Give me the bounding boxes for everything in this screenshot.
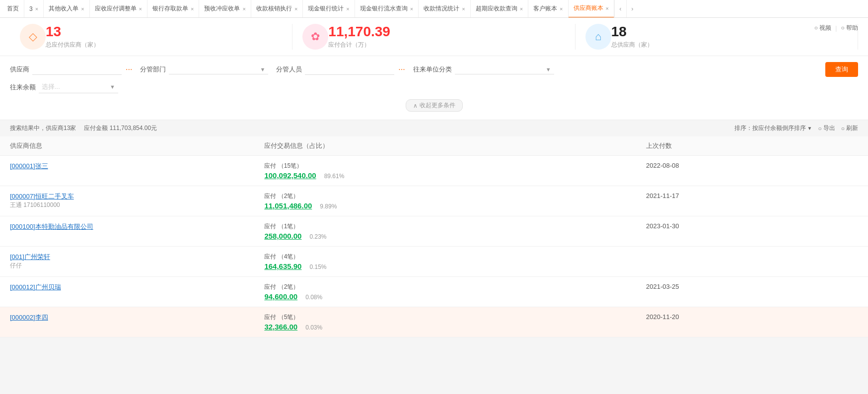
supplier-filter-label: 供应商 [10, 65, 29, 74]
trans-amount-1[interactable]: 11,051,486.00 [264, 201, 312, 210]
trans-payable-label-5: 应付 （5笔） [264, 313, 646, 322]
supplier-link-1[interactable]: [000007]恒旺二手叉车 [10, 192, 264, 201]
nav-tab-bank-deposit[interactable]: 银行存取款单 × [147, 0, 199, 18]
trans-payable-label-0: 应付 （15笔） [264, 162, 646, 170]
nav-tab-customer-account[interactable]: 客户账本 × [528, 0, 568, 18]
collapse-label: 收起更多条件 [420, 101, 455, 110]
payable-label-3: 应付 [264, 253, 276, 260]
nav-tab-cash-bank-stat-label: 现金银行统计 [308, 4, 344, 13]
help-icon: ○ [841, 24, 844, 31]
close-icon[interactable]: × [346, 6, 349, 12]
nav-tab-supplier-account[interactable]: 供应商账本 × [569, 0, 614, 18]
chevron-down-icon-3: ▼ [110, 84, 115, 90]
trans-payable-label-4: 应付 （2笔） [264, 283, 646, 291]
close-icon[interactable]: × [191, 6, 194, 12]
table-row: [000001]张三 应付 （15笔） 100,092,540.00 89.61… [0, 156, 868, 186]
total-ap-amount-label: 应付合计（万） [328, 41, 390, 49]
supplier-sub-1: 王通 17106110000 [10, 201, 60, 208]
trans-amount-0[interactable]: 100,092,540.00 [264, 171, 316, 180]
export-button[interactable]: ○ 导出 [818, 124, 835, 132]
summary-card-suppliers: ◇ 13 总应付供应商（家） [10, 24, 292, 50]
supplier-input[interactable] [32, 64, 122, 75]
close-icon[interactable]: × [139, 6, 142, 12]
nav-tab-receipt-verify[interactable]: 收款核销执行 × [251, 0, 303, 18]
close-icon[interactable]: × [520, 6, 523, 12]
trans-percent-0: 89.61% [324, 173, 345, 180]
trans-amount-5[interactable]: 32,366.00 [264, 323, 297, 331]
close-icon[interactable]: × [81, 6, 84, 12]
lastpay-2: 2023-01-30 [646, 222, 858, 230]
nav-tab-cash-bank-flow[interactable]: 现金银行流水查询 × [355, 0, 419, 18]
nav-tab-overdue[interactable]: 超期应收款查询 × [471, 0, 528, 18]
refresh-button[interactable]: ○ 刷新 [841, 124, 858, 132]
dept-select[interactable]: ▼ [169, 65, 268, 74]
nav-tab-3[interactable]: 3 × [24, 0, 44, 18]
category-filter-label: 往来单位分类 [413, 65, 452, 74]
filter-row-1: 供应商 ··· 分管部门 ▼ 分管人员 ··· 往来单位分类 ▼ 查询 [10, 62, 858, 77]
person-input[interactable] [305, 64, 394, 75]
person-dots-icon[interactable]: ··· [398, 65, 405, 74]
results-amount-text: 应付金额 111,703,854.00元 [84, 124, 157, 132]
transaction-info-4: 应付 （2笔） 94,600.00 0.08% [264, 283, 646, 301]
query-button[interactable]: 查询 [825, 62, 858, 77]
close-icon[interactable]: × [560, 6, 563, 12]
dept-filter-label: 分管部门 [140, 65, 166, 74]
supplier-link-2[interactable]: [000100]本特勤油品有限公司 [10, 222, 264, 231]
nav-tab-prepay[interactable]: 预收冲应收单 × [199, 0, 251, 18]
trans-percent-4: 0.08% [305, 294, 322, 301]
trans-amount-3[interactable]: 164,635.90 [264, 262, 301, 270]
close-icon[interactable]: × [242, 6, 245, 12]
transaction-info-0: 应付 （15笔） 100,092,540.00 89.61% [264, 162, 646, 180]
payable-count-3: （4笔） [278, 253, 299, 260]
balance-select[interactable]: 选择... ▼ [39, 81, 118, 93]
nav-tab-home[interactable]: 首页 [2, 0, 24, 18]
header-supplier: 供应商信息 [10, 141, 264, 150]
table-row: [001]广州荣轩 仔仔 应付 （4笔） 164,635.90 0.15% [0, 247, 868, 277]
separator: | [835, 25, 837, 32]
results-info: 搜索结果中，供应商13家 应付金额 111,703,854.00元 [10, 124, 157, 132]
supplier-link-4[interactable]: [000012]广州贝瑞 [10, 283, 264, 292]
supplier-link-5[interactable]: [000002]李四 [10, 313, 264, 322]
trans-amount-2[interactable]: 258,000.00 [264, 232, 301, 240]
video-label: 视频 [819, 24, 831, 31]
table-row: [000012]广州贝瑞 应付 （2笔） 94,600.00 0.08% 202… [0, 277, 868, 307]
supplier-link-3[interactable]: [001]广州荣轩 [10, 253, 264, 262]
payable-label-5: 应付 [264, 314, 276, 321]
nav-prev-arrow[interactable]: ‹ [614, 0, 626, 18]
nav-tab-receipt-stat[interactable]: 收款情况统计 × [419, 0, 470, 18]
table-row: [000002]李四 应付 （5笔） 32,366.00 0.03% 2020-… [0, 307, 868, 337]
supplier-dots-icon[interactable]: ··· [126, 65, 132, 74]
category-select[interactable]: ▼ [455, 65, 554, 74]
nav-tab-other-income[interactable]: 其他收入单 × [44, 0, 89, 18]
close-icon[interactable]: × [35, 6, 38, 12]
transaction-info-1: 应付 （2笔） 11,051,486.00 9.89% [264, 192, 646, 210]
nav-tab-cash-bank-stat[interactable]: 现金银行统计 × [303, 0, 355, 18]
results-summary-text: 搜索结果中，供应商13家 [10, 124, 76, 132]
nav-tab-receipt-stat-label: 收款情况统计 [424, 4, 459, 13]
close-icon[interactable]: × [294, 6, 297, 12]
sort-select[interactable]: 排序：按应付余额倒序排序 ▼ [734, 124, 812, 132]
nav-tab-other-income-label: 其他收入单 [49, 4, 78, 13]
close-icon[interactable]: × [462, 6, 465, 12]
nav-tab-ap-adjust[interactable]: 应收应付调整单 × [90, 0, 147, 18]
trans-payable-label-3: 应付 （4笔） [264, 253, 646, 261]
nav-tab-bank-deposit-label: 银行存取款单 [152, 4, 188, 13]
results-bar: 搜索结果中，供应商13家 应付金额 111,703,854.00元 排序：按应付… [0, 120, 868, 136]
payable-label-1: 应付 [264, 193, 276, 199]
trans-amount-4[interactable]: 94,600.00 [264, 292, 297, 301]
store-icon: ⌂ [585, 24, 611, 50]
filter-person: 分管人员 ··· [276, 64, 405, 75]
filter-balance: 往来余额 选择... ▼ [10, 81, 118, 93]
collapse-button[interactable]: ∧ 收起更多条件 [406, 99, 463, 112]
payable-count-5: （5笔） [278, 314, 299, 321]
supplier-link-0[interactable]: [000001]张三 [10, 162, 264, 171]
video-link[interactable]: ○ 视频 [814, 24, 832, 32]
data-table: 供应商信息 应付交易信息（占比） 上次付数 [000001]张三 应付 （15笔… [0, 136, 868, 337]
help-link[interactable]: ○ 帮助 [841, 24, 858, 32]
lastpay-0: 2022-08-08 [646, 162, 858, 169]
nav-next-arrow[interactable]: › [626, 0, 638, 18]
close-icon[interactable]: × [410, 6, 413, 12]
nav-tab-prepay-label: 预收冲应收单 [204, 4, 240, 13]
close-icon[interactable]: × [606, 5, 609, 11]
payable-label-2: 应付 [264, 223, 276, 230]
